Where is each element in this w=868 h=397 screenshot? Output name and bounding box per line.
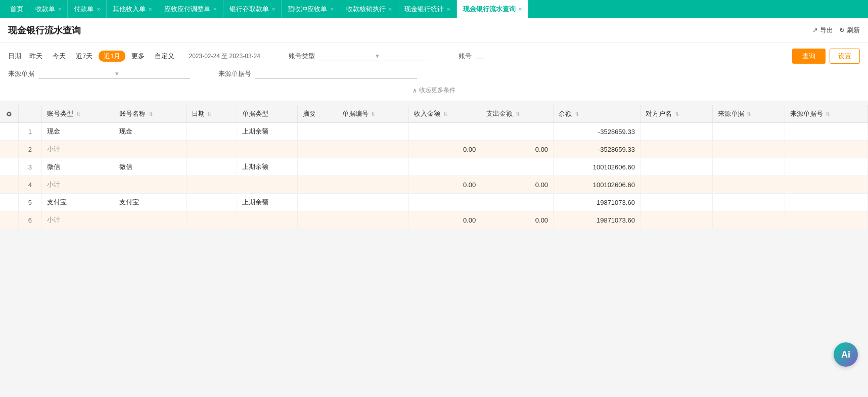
close-tab-icon[interactable]: × <box>97 6 100 12</box>
th-account-name[interactable]: 账号名称 ⇅ <box>114 105 186 123</box>
th-doc-type: 单据类型 <box>237 105 297 123</box>
counterpart-cell <box>640 211 712 229</box>
th-date[interactable]: 日期 ⇅ <box>186 105 237 123</box>
row-num-cell: 4 <box>18 176 42 194</box>
gear-icon[interactable]: ⚙ <box>6 110 12 118</box>
balance-cell: -3528659.33 <box>554 141 641 158</box>
th-source-doc-no[interactable]: 来源单据号 ⇅ <box>785 105 867 123</box>
close-tab-icon[interactable]: × <box>213 6 216 12</box>
account-name-cell: 微信 <box>114 158 186 176</box>
refresh-button[interactable]: ↻ 刷新 <box>839 26 860 35</box>
income-cell: 0.00 <box>409 211 481 229</box>
page-title: 现金银行流水查询 <box>8 24 81 36</box>
expense-cell: 0.00 <box>481 211 554 229</box>
counterpart-cell <box>640 176 712 194</box>
sort-icon-income: ⇅ <box>443 111 447 117</box>
balance-cell: 100102606.60 <box>554 176 641 194</box>
nav-tab-付款单[interactable]: 付款单× <box>68 0 106 18</box>
filter-row-2: 来源单据 ▾ 来源单据号 <box>8 69 860 79</box>
sort-icon-counterpart: ⇅ <box>675 111 679 117</box>
row-num-cell: 2 <box>18 141 42 158</box>
th-counterpart[interactable]: 对方户名 ⇅ <box>640 105 712 123</box>
close-tab-icon[interactable]: × <box>272 6 275 12</box>
th-doc-no[interactable]: 单据编号 ⇅ <box>337 105 409 123</box>
date-btn-近1月[interactable]: 近1月 <box>99 51 125 62</box>
date-btn-近7天[interactable]: 近7天 <box>72 51 97 62</box>
close-tab-icon[interactable]: × <box>149 6 152 12</box>
nav-tab-现金银行流水查询[interactable]: 现金银行流水查询× <box>457 0 528 18</box>
expense-cell: 0.00 <box>481 141 554 158</box>
balance-cell: -3528659.33 <box>554 123 641 141</box>
date-btn-昨天[interactable]: 昨天 <box>25 51 47 62</box>
source-doc-no-filter-group: 来源单据号 <box>218 69 417 79</box>
close-tab-icon[interactable]: × <box>447 6 450 12</box>
sort-icon-date: ⇅ <box>207 111 211 117</box>
summary-cell <box>298 141 337 158</box>
nav-home[interactable]: 首页 <box>4 5 29 14</box>
date-range-options: 昨天今天近7天近1月更多自定义 <box>25 51 178 62</box>
expense-cell <box>481 123 554 141</box>
account-name-cell: 支付宝 <box>114 194 186 211</box>
nav-tab-银行存取款单[interactable]: 银行存取款单× <box>223 0 282 18</box>
date-btn-更多[interactable]: 更多 <box>127 51 149 62</box>
sort-icon-account-type: ⇅ <box>76 111 80 117</box>
source-doc-cell <box>712 211 785 229</box>
source-doc-no-cell <box>785 158 867 176</box>
source-doc-select[interactable]: ▾ <box>38 69 190 79</box>
th-row-num <box>18 105 42 123</box>
account-name-cell: 现金 <box>114 123 186 141</box>
date-cell <box>186 158 237 176</box>
income-cell: 0.00 <box>409 141 481 158</box>
counterpart-cell <box>640 158 712 176</box>
source-doc-cell <box>712 141 785 158</box>
nav-tab-应收应付调整单[interactable]: 应收应付调整单× <box>158 0 223 18</box>
date-cell <box>186 194 237 211</box>
nav-tab-其他收入单[interactable]: 其他收入单× <box>107 0 158 18</box>
export-button[interactable]: ↗ 导出 <box>812 26 833 35</box>
summary-cell <box>298 176 337 194</box>
th-account-type[interactable]: 账号类型 ⇅ <box>42 105 114 123</box>
account-name-cell <box>114 211 186 229</box>
th-summary: 摘要 <box>298 105 337 123</box>
query-button[interactable]: 查询 <box>792 49 826 64</box>
summary-cell <box>298 158 337 176</box>
close-tab-icon[interactable]: × <box>389 6 392 12</box>
counterpart-cell <box>640 194 712 211</box>
account-type-select[interactable]: ▾ <box>319 51 430 61</box>
nav-tab-收款单[interactable]: 收款单× <box>29 0 68 18</box>
header-actions: ↗ 导出 ↻ 刷新 <box>812 26 860 35</box>
nav-tab-预收冲应收单[interactable]: 预收冲应收单× <box>282 0 340 18</box>
collapse-bar[interactable]: ∧ 收起更多条件 <box>8 84 860 97</box>
date-btn-自定义[interactable]: 自定义 <box>151 51 178 62</box>
nav-tab-现金银行统计[interactable]: 现金银行统计× <box>398 0 456 18</box>
th-balance[interactable]: 余额 ⇅ <box>554 105 641 123</box>
date-cell <box>186 123 237 141</box>
doc-no-cell <box>337 211 409 229</box>
th-source-doc[interactable]: 来源单据 ⇅ <box>712 105 785 123</box>
table-header: ⚙ 账号类型 ⇅ 账号名称 ⇅ 日期 ⇅ 单据类型 摘要 单据编号 ⇅ 收入金额… <box>0 105 868 123</box>
data-table: ⚙ 账号类型 ⇅ 账号名称 ⇅ 日期 ⇅ 单据类型 摘要 单据编号 ⇅ 收入金额… <box>0 105 868 229</box>
source-doc-no-cell <box>785 211 867 229</box>
export-icon: ↗ <box>812 26 818 34</box>
th-expense[interactable]: 支出金额 ⇅ <box>481 105 554 123</box>
doc-no-cell <box>337 194 409 211</box>
source-doc-cell <box>712 123 785 141</box>
sort-icon-doc-no: ⇅ <box>371 111 375 117</box>
account-name-cell <box>114 176 186 194</box>
row-num-cell: 1 <box>18 123 42 141</box>
close-tab-icon[interactable]: × <box>330 6 333 12</box>
doc-type-cell: 上期余额 <box>237 194 297 211</box>
gear-col-header: ⚙ <box>0 105 18 123</box>
date-cell <box>186 141 237 158</box>
doc-no-cell <box>337 123 409 141</box>
sort-icon-expense: ⇅ <box>516 111 520 117</box>
date-label: 日期 <box>8 52 21 61</box>
th-income[interactable]: 收入金额 ⇅ <box>409 105 481 123</box>
account-dots: ... <box>476 51 485 62</box>
source-doc-no-input[interactable] <box>255 69 417 79</box>
close-tab-icon[interactable]: × <box>519 6 522 12</box>
nav-tab-收款核销执行[interactable]: 收款核销执行× <box>340 0 398 18</box>
close-tab-icon[interactable]: × <box>58 6 61 12</box>
date-btn-今天[interactable]: 今天 <box>49 51 70 62</box>
settings-button[interactable]: 设置 <box>830 49 860 64</box>
